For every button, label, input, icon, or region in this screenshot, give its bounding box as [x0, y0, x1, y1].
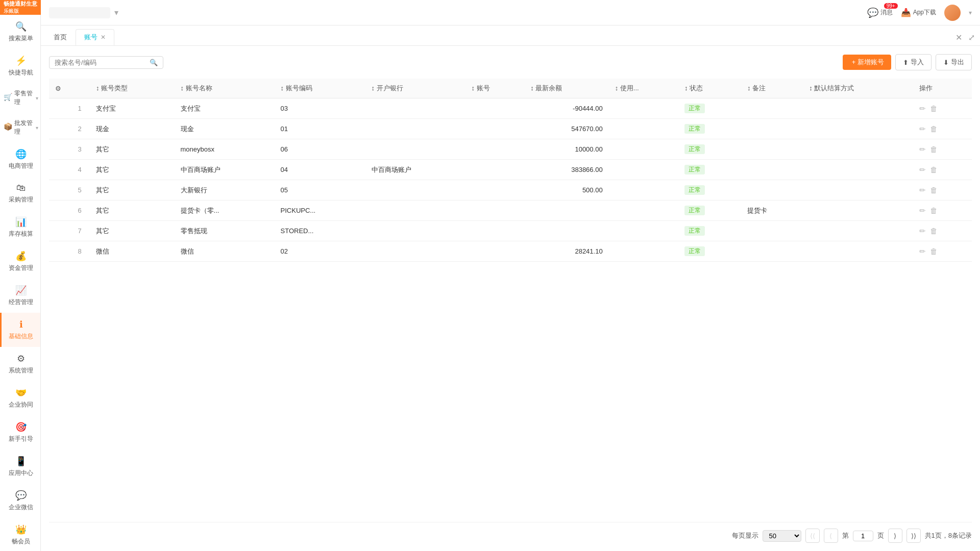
- sidebar-item-vip[interactable]: 👑 畅会员: [0, 518, 40, 551]
- tab-close-all-icon[interactable]: ✕: [954, 32, 963, 43]
- row-usage: [609, 241, 678, 262]
- next-page-button[interactable]: ⟩: [888, 529, 902, 543]
- search-icon[interactable]: 🔍: [150, 59, 158, 66]
- last-page-button[interactable]: ⟩⟩: [906, 529, 921, 543]
- sidebar-item-quick-nav[interactable]: ⚡ 快捷导航: [0, 49, 40, 83]
- search-box[interactable]: 🔍: [49, 56, 163, 69]
- sidebar-item-inventory[interactable]: 📊 库存核算: [0, 210, 40, 244]
- settings-icon[interactable]: ⚙: [55, 85, 61, 92]
- row-settings: [49, 139, 69, 160]
- col-default-settlement[interactable]: ↕ 默认结算方式: [803, 79, 913, 98]
- delete-icon[interactable]: 🗑: [930, 227, 938, 235]
- topbar-search-input[interactable]: [49, 7, 110, 18]
- sidebar-item-wholesale[interactable]: 📦 批发管理 ▾: [0, 113, 40, 142]
- import-button[interactable]: ⬆ 导入: [895, 54, 932, 70]
- tab-account-label: 账号: [84, 33, 97, 42]
- tab-area-controls: ✕ ⤢: [954, 32, 976, 45]
- col-name[interactable]: ↕ 账号名称: [175, 79, 275, 98]
- col-bank[interactable]: ↕ 开户银行: [365, 79, 465, 98]
- sidebar-item-ecommerce[interactable]: 🌐 电商管理: [0, 142, 40, 177]
- sidebar-item-label: 搜索菜单: [9, 34, 33, 43]
- edit-icon[interactable]: ✏: [919, 247, 926, 256]
- message-button[interactable]: 💬 消息 99+: [867, 7, 893, 18]
- col-code[interactable]: ↕ 账号编码: [275, 79, 365, 98]
- export-button[interactable]: ⬇ 导出: [936, 54, 972, 70]
- user-avatar[interactable]: [944, 5, 961, 21]
- sidebar-item-finance[interactable]: 💰 资金管理: [0, 244, 40, 279]
- enterprise-wx-icon: 💬: [15, 490, 27, 501]
- search-input[interactable]: [55, 59, 146, 66]
- row-index: 3: [69, 139, 90, 160]
- row-account-no: [465, 119, 525, 139]
- row-type: 其它: [90, 160, 175, 180]
- col-settings[interactable]: ⚙: [49, 79, 69, 98]
- tab-account[interactable]: 账号 ✕: [76, 29, 114, 45]
- row-settings: [49, 119, 69, 139]
- edit-icon[interactable]: ✏: [919, 124, 926, 134]
- search-menu-icon: 🔍: [15, 21, 27, 32]
- col-account-no[interactable]: ↕ 账号: [465, 79, 525, 98]
- sidebar-item-purchase[interactable]: 🛍 采购管理: [0, 177, 40, 210]
- purchase-icon: 🛍: [16, 183, 26, 193]
- app-download-button[interactable]: 📥 App下载: [901, 8, 936, 17]
- guide-icon: 🎯: [15, 421, 27, 433]
- tab-home[interactable]: 首页: [45, 29, 76, 45]
- sidebar-item-operations[interactable]: 📈 经营管理: [0, 279, 40, 313]
- sidebar-item-system[interactable]: ⚙ 系统管理: [0, 347, 40, 381]
- page-size-select[interactable]: 50 100 200: [763, 530, 801, 542]
- topbar-dropdown-icon[interactable]: ▾: [114, 8, 118, 17]
- sidebar-item-app-center[interactable]: 📱 应用中心: [0, 449, 40, 484]
- delete-icon[interactable]: 🗑: [930, 124, 938, 133]
- delete-icon[interactable]: 🗑: [930, 247, 938, 256]
- edit-icon[interactable]: ✏: [919, 227, 926, 236]
- import-icon: ⬆: [903, 59, 909, 66]
- row-bank: 中百商场账户: [365, 160, 465, 180]
- delete-icon[interactable]: 🗑: [930, 145, 938, 154]
- col-usage[interactable]: ↕ 使用...: [609, 79, 678, 98]
- sidebar-item-enterprise-wx[interactable]: 💬 企业微信: [0, 484, 40, 518]
- table-row: 8 微信 微信 02 28241.10 正常 ✏ 🗑: [49, 241, 972, 262]
- add-account-button[interactable]: + 新增账号: [843, 55, 891, 70]
- message-label: 消息: [880, 8, 893, 17]
- delete-icon[interactable]: 🗑: [930, 206, 938, 215]
- sidebar-item-label: 采购管理: [9, 195, 33, 204]
- edit-icon[interactable]: ✏: [919, 145, 926, 154]
- row-remarks: [741, 160, 803, 180]
- table-row: 5 其它 大新银行 05 500.00 正常 ✏ 🗑: [49, 180, 972, 201]
- row-index: 6: [69, 201, 90, 221]
- edit-icon[interactable]: ✏: [919, 165, 926, 174]
- col-type[interactable]: ↕ 账号类型: [90, 79, 175, 98]
- user-dropdown-icon[interactable]: ▾: [969, 9, 972, 16]
- sidebar-item-label: 零售管理: [14, 89, 34, 107]
- edit-icon[interactable]: ✏: [919, 206, 926, 215]
- sidebar-item-basic-info[interactable]: ℹ 基础信息: [0, 313, 40, 347]
- app-center-icon: 📱: [15, 456, 27, 467]
- logo-text: 畅捷通财生意: [4, 0, 37, 8]
- edit-icon[interactable]: ✏: [919, 104, 926, 113]
- first-page-button[interactable]: ⟨⟨: [805, 529, 820, 543]
- row-status: 正常: [678, 98, 741, 119]
- col-balance[interactable]: ↕ 最新余额: [524, 79, 609, 98]
- row-bank: [365, 98, 465, 119]
- delete-icon[interactable]: 🗑: [930, 104, 938, 113]
- row-remarks: [741, 221, 803, 241]
- col-remarks[interactable]: ↕ 备注: [741, 79, 803, 98]
- tab-account-close[interactable]: ✕: [101, 34, 106, 40]
- tab-expand-icon[interactable]: ⤢: [967, 32, 976, 43]
- row-balance: [524, 201, 609, 221]
- sidebar-item-search-menu[interactable]: 🔍 搜索菜单: [0, 15, 40, 49]
- sidebar-item-retail[interactable]: 🛒 零售管理 ▾: [0, 83, 40, 113]
- row-code: 06: [275, 139, 365, 160]
- row-default-settlement: [803, 221, 913, 241]
- sidebar-item-guide[interactable]: 🎯 新手引导: [0, 415, 40, 449]
- prev-page-button[interactable]: ⟨: [824, 529, 838, 543]
- edit-icon[interactable]: ✏: [919, 186, 926, 195]
- row-usage: [609, 98, 678, 119]
- delete-icon[interactable]: 🗑: [930, 165, 938, 174]
- row-bank: [365, 221, 465, 241]
- col-status[interactable]: ↕ 状态: [678, 79, 741, 98]
- logo-subtext: 乐账版: [4, 8, 37, 15]
- sidebar-item-enterprise[interactable]: 🤝 企业协同: [0, 381, 40, 415]
- current-page-input[interactable]: [853, 531, 873, 541]
- delete-icon[interactable]: 🗑: [930, 186, 938, 194]
